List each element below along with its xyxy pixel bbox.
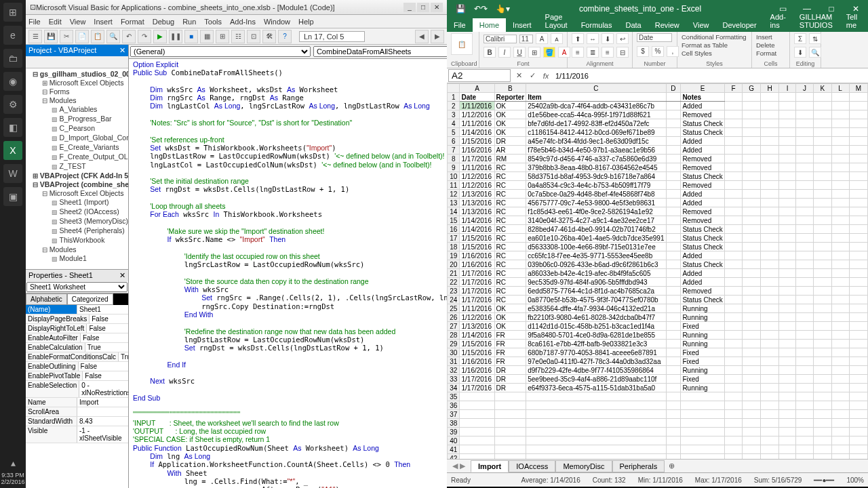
tab-alphabetic[interactable]: Alphabetic — [26, 293, 67, 305]
fx-icon[interactable]: fx — [539, 72, 553, 80]
save-btn[interactable]: 💾 — [44, 30, 58, 43]
add-sheet-button[interactable]: ⊕ — [665, 462, 678, 470]
find-btn[interactable]: 🔍 — [106, 30, 120, 43]
number-format-select[interactable]: Date — [637, 33, 672, 42]
undo-icon[interactable]: ↶ — [474, 4, 481, 14]
font-size-select[interactable]: 11 — [519, 35, 533, 43]
sort-btn[interactable]: ⇅ — [809, 33, 821, 44]
tree-node[interactable]: Z_TEST — [27, 162, 127, 171]
undo-btn[interactable]: ↶ — [122, 30, 136, 43]
property-row[interactable]: NameImport — [26, 398, 128, 407]
project-exp-btn[interactable]: ⊞ — [216, 30, 229, 43]
enter-icon[interactable]: ✓ — [526, 71, 539, 80]
tree-node[interactable]: E_Create_Variants — [27, 143, 127, 152]
sheet-tab-import[interactable]: Import — [471, 460, 509, 472]
ribbon-tab-page-layout[interactable]: Page Layout — [538, 10, 574, 32]
tree-node[interactable]: Sheet4 (Peripherals) — [27, 226, 127, 236]
ribbon-tab-dan-wag-[interactable]: Dan Wag... — [864, 10, 868, 32]
menu-edit[interactable]: Edit — [49, 18, 62, 26]
menu-view[interactable]: View — [70, 18, 86, 26]
reset-btn[interactable]: ■ — [184, 30, 198, 43]
merge-btn[interactable]: ⊟ — [616, 47, 629, 58]
border-btn[interactable]: ⊞ — [528, 47, 540, 58]
properties-title[interactable]: Properties - Sheet1✕ — [26, 269, 128, 281]
tree-node[interactable]: B_Progress_Bar — [27, 115, 127, 124]
ribbon-tab-review[interactable]: Review — [648, 18, 686, 32]
menu-format[interactable]: Format — [121, 18, 144, 26]
tree-node[interactable]: Modules — [27, 245, 127, 254]
maximize-button[interactable]: □ — [417, 3, 429, 12]
tree-node[interactable]: gs_gillham_studios_02_00_02 — [27, 70, 127, 79]
tree-node[interactable]: ThisWorkbook — [27, 236, 127, 245]
folder-icon[interactable]: 🗀 — [3, 49, 22, 68]
console-icon[interactable]: ▣ — [3, 187, 22, 206]
paste-btn[interactable]: 📋 — [91, 30, 104, 43]
menu-insert[interactable]: Insert — [94, 18, 113, 26]
italic-btn[interactable]: I — [498, 47, 511, 58]
property-row[interactable]: EnablePivotTableFalse — [26, 371, 128, 381]
tree-node[interactable]: Microsoft Excel Objects — [27, 79, 127, 87]
property-row[interactable]: StandardWidth8.43 — [26, 417, 128, 426]
outdent-btn[interactable]: ◀ — [415, 30, 429, 43]
ribbon-tab-add-ins[interactable]: Add-ins — [764, 10, 793, 32]
name-box[interactable] — [448, 69, 511, 82]
word-icon[interactable]: W — [3, 164, 22, 183]
bold-btn[interactable]: B — [484, 47, 496, 58]
percent-btn[interactable]: % — [652, 46, 664, 57]
touch-icon[interactable]: 👆▾ — [496, 4, 510, 14]
format-table-btn[interactable]: Format as Table — [682, 41, 747, 49]
property-row[interactable]: EnableCalculationTrue — [26, 343, 128, 352]
grow-font-btn[interactable]: A — [536, 33, 548, 44]
menu-run[interactable]: Run — [182, 18, 196, 26]
design-btn[interactable]: ▦ — [200, 30, 214, 43]
ribbon-tab-file[interactable]: File — [447, 18, 473, 32]
zoom-slider[interactable]: ━━●━━ — [814, 476, 834, 484]
tree-node[interactable]: Modules — [27, 96, 127, 105]
ribbon-tab-view[interactable]: View — [686, 18, 716, 32]
shrink-font-btn[interactable]: ᴀ — [551, 33, 563, 44]
property-row[interactable]: EnableSelection0 - xlNoRestrictions — [26, 381, 128, 398]
notif-icon[interactable]: ▴ — [5, 458, 20, 468]
ribbon-tab-tell-me[interactable]: Tell me — [840, 10, 865, 32]
tree-node[interactable]: VBAProject (combine_sheets_...) — [27, 180, 127, 189]
procedure-combo[interactable]: CombineDataFromAllSheets — [313, 46, 447, 57]
ribbon-tab-insert[interactable]: Insert — [506, 18, 538, 32]
font-name-select[interactable]: Calibri — [484, 35, 517, 43]
close-icon[interactable]: ✕ — [119, 46, 125, 55]
tree-node[interactable]: Forms — [27, 87, 127, 96]
find-btn[interactable]: 🔍 — [809, 47, 821, 58]
object-combo[interactable]: (General) — [130, 46, 311, 57]
toolbox-btn[interactable]: 🛠 — [262, 30, 276, 43]
ribbon-tab-home[interactable]: Home — [473, 18, 506, 32]
fill-btn[interactable]: ⬇ — [794, 47, 806, 58]
wrap-btn[interactable]: ↩ — [616, 33, 629, 44]
ribbon-tab-developer[interactable]: Developer — [715, 18, 763, 32]
property-row[interactable]: DisplayPageBreaksFalse — [26, 314, 128, 324]
menu-file[interactable]: File — [28, 18, 41, 26]
property-row[interactable]: EnableOutliningFalse — [26, 362, 128, 371]
browser-btn[interactable]: ⊡ — [247, 30, 260, 43]
close-button[interactable]: ✕ — [431, 3, 443, 12]
project-tree[interactable]: gs_gillham_studios_02_00_02Microsoft Exc… — [26, 68, 128, 269]
tree-node[interactable]: F_Create_Output_OLD — [27, 152, 127, 162]
cut-btn[interactable]: ✂ — [60, 30, 73, 43]
fill-color-btn[interactable]: 🪣 — [543, 47, 555, 58]
tab-categorized[interactable]: Categorized — [67, 293, 113, 305]
formula-input[interactable]: 1/11/2016 — [553, 71, 868, 81]
underline-btn[interactable]: U — [513, 47, 526, 58]
cancel-icon[interactable]: ✕ — [512, 71, 526, 80]
sheet-tab-ioaccess[interactable]: IOAccess — [509, 460, 555, 472]
tree-node[interactable]: VBAProject (CFK Add-In 510.xlsm) — [27, 171, 127, 180]
indent-btn[interactable]: ▶ — [431, 30, 444, 43]
worksheet-grid[interactable]: ABCDEFGHIJKLM1DateReporterItemNotes21/11… — [447, 83, 868, 460]
excel-save-icon[interactable]: 💾 — [447, 4, 474, 14]
tree-node[interactable]: Sheet3 (MemoryDisc) — [27, 217, 127, 226]
property-row[interactable]: Visible-1 - xlSheetVisible — [26, 426, 128, 443]
property-row[interactable]: EnableAutoFilterFalse — [26, 333, 128, 343]
menu-debug[interactable]: Debug — [153, 18, 174, 26]
insert-cells-btn[interactable]: Insert — [756, 33, 785, 41]
ribbon-tab-data[interactable]: Data — [618, 18, 648, 32]
tree-node[interactable]: Microsoft Excel Objects — [27, 189, 127, 198]
run-btn[interactable]: ▶ — [153, 30, 167, 43]
redo-btn[interactable]: ↷ — [138, 30, 151, 43]
